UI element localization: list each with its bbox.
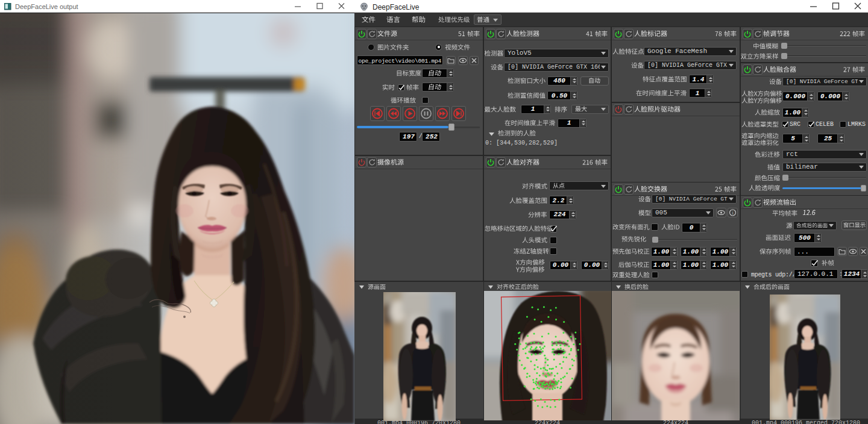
svg-text:i: i: [732, 210, 734, 216]
